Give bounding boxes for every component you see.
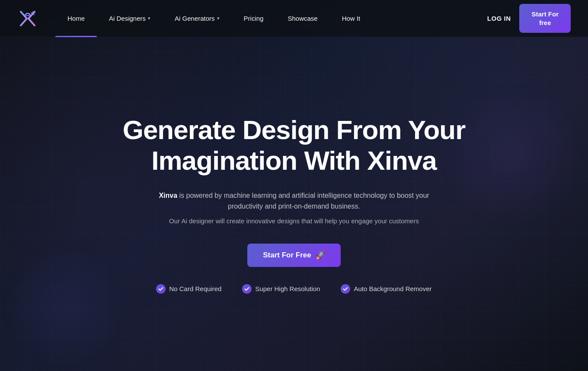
nav-label-pricing: Pricing bbox=[244, 15, 264, 22]
blob-left bbox=[0, 241, 130, 371]
nav-label-ai-generators: Ai Generators bbox=[175, 15, 215, 22]
nav-links: Home Ai Designers ▾ Ai Generators ▾ Pric… bbox=[55, 0, 372, 37]
hero-cta-button[interactable]: Start For Free 🚀 bbox=[247, 244, 340, 267]
feature-no-card-label: No Card Required bbox=[169, 285, 221, 292]
navbar-left: Home Ai Designers ▾ Ai Generators ▾ Pric… bbox=[17, 0, 372, 37]
nav-item-pricing[interactable]: Pricing bbox=[232, 0, 276, 37]
nav-item-how-it[interactable]: How It bbox=[330, 0, 373, 37]
hero-sub2: Our Ai designer will create innovative d… bbox=[169, 217, 419, 225]
svg-point-2 bbox=[28, 15, 29, 16]
hero-subtitle-text: is powered by machine learning and artif… bbox=[177, 192, 429, 210]
navbar-right: LOG IN Start Forfree bbox=[487, 4, 571, 33]
feature-bg-remover-label: Auto Background Remover bbox=[354, 285, 431, 292]
feature-bg-remover: Auto Background Remover bbox=[341, 284, 431, 294]
nav-item-ai-generators[interactable]: Ai Generators ▾ bbox=[163, 0, 232, 37]
check-icon-no-card bbox=[156, 284, 166, 294]
nav-label-home: Home bbox=[67, 15, 85, 22]
navbar: Home Ai Designers ▾ Ai Generators ▾ Pric… bbox=[0, 0, 588, 37]
nav-label-ai-designers: Ai Designers bbox=[109, 15, 146, 22]
brand-name-inline: Xinva bbox=[159, 192, 177, 199]
feature-high-res: Super High Resolution bbox=[242, 284, 320, 294]
svg-point-1 bbox=[26, 15, 28, 16]
feature-no-card: No Card Required bbox=[156, 284, 221, 294]
feature-high-res-label: Super High Resolution bbox=[255, 285, 320, 292]
logo[interactable] bbox=[17, 8, 38, 29]
nav-label-showcase: Showcase bbox=[288, 15, 317, 22]
login-button[interactable]: LOG IN bbox=[487, 15, 511, 22]
hero-subtitle: Xinva is powered by machine learning and… bbox=[147, 190, 441, 212]
start-for-free-button[interactable]: Start Forfree bbox=[519, 4, 571, 33]
nav-item-showcase[interactable]: Showcase bbox=[275, 0, 329, 37]
blob-right bbox=[437, 80, 588, 231]
rocket-icon: 🚀 bbox=[316, 251, 325, 260]
svg-point-0 bbox=[25, 13, 30, 19]
check-icon-high-res bbox=[242, 284, 252, 294]
chevron-down-icon: ▾ bbox=[217, 16, 220, 21]
nav-item-ai-designers[interactable]: Ai Designers ▾ bbox=[97, 0, 163, 37]
hero-section: Generate Design From Your Imagination Wi… bbox=[0, 37, 588, 371]
cta-label: Start For Free bbox=[263, 251, 311, 260]
features-row: No Card Required Super High Resolution A… bbox=[156, 284, 431, 294]
chevron-down-icon: ▾ bbox=[148, 16, 150, 21]
nav-label-how-it: How It bbox=[342, 15, 361, 22]
nav-item-home[interactable]: Home bbox=[55, 0, 97, 37]
logo-icon bbox=[17, 8, 38, 29]
check-icon-bg-remover bbox=[341, 284, 350, 294]
